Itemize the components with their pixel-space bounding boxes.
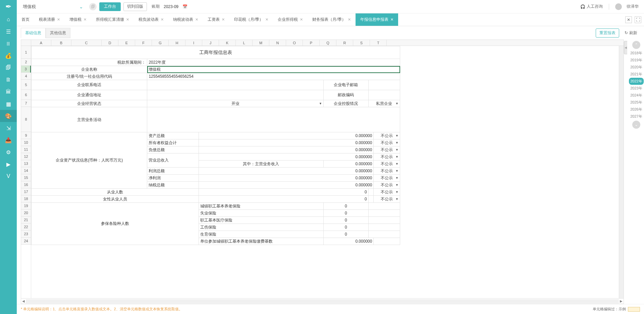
female-emp-val[interactable]: 0	[199, 196, 369, 203]
report-icon[interactable]: 🗎	[0, 74, 17, 86]
period-value-cell[interactable]: 2022年度	[147, 59, 400, 66]
row-header-5[interactable]: 5	[21, 80, 31, 90]
tab-工资表[interactable]: 工资表✕	[203, 13, 229, 26]
email-cell[interactable]	[368, 80, 400, 90]
year-2025年[interactable]: 2025年	[629, 99, 643, 106]
visibility-dropdown[interactable]: 不公示▼	[374, 153, 400, 161]
close-icon[interactable]: ✕	[161, 17, 164, 22]
video-icon[interactable]: ▶	[0, 158, 17, 170]
row-header-17[interactable]: 17	[21, 188, 31, 195]
v-icon[interactable]: V	[0, 170, 17, 182]
consult-link[interactable]: 🎧 人工咨询	[580, 4, 603, 9]
visibility-dropdown[interactable]: 不公示▼	[374, 146, 400, 153]
year-2022年[interactable]: 2022年	[629, 78, 643, 85]
building-icon[interactable]: 🏛	[0, 86, 17, 98]
fullscreen-button[interactable]: ⛶	[635, 16, 641, 23]
col-header-Q[interactable]: Q	[320, 40, 336, 46]
col-header-N[interactable]: N	[269, 40, 286, 46]
avatar[interactable]	[615, 3, 622, 10]
tab-增值税[interactable]: 增值税✕	[65, 13, 91, 26]
close-icon[interactable]: ✕	[222, 17, 225, 22]
main-rev-val[interactable]: 0.000000	[323, 161, 374, 168]
postal-cell[interactable]	[368, 90, 400, 100]
tax-val[interactable]: 0.000000	[199, 182, 374, 189]
base-val[interactable]: 0.000000	[323, 238, 374, 245]
row-header-19[interactable]: 19	[21, 202, 31, 209]
export-icon[interactable]: ⇲	[0, 122, 17, 134]
col-header-P[interactable]: P	[303, 40, 320, 46]
col-header-R[interactable]: R	[336, 40, 353, 46]
col-header-D[interactable]: D	[102, 40, 118, 46]
tab-财务报表（月/季）[interactable]: 财务报表（月/季）✕	[308, 13, 355, 26]
close-icon[interactable]: ✕	[57, 17, 60, 22]
row-header-10[interactable]: 10	[21, 139, 31, 146]
row-header-2[interactable]: 2	[21, 59, 31, 66]
year-scroll-up[interactable]: ⌃	[632, 41, 640, 49]
visibility-dropdown[interactable]: 不公示▼	[374, 189, 400, 196]
visibility-dropdown[interactable]: 不公示▼	[374, 196, 400, 203]
row-header-4[interactable]: 4	[21, 73, 31, 80]
company-dropdown[interactable]: 增值税 ⌄	[19, 2, 87, 11]
palette-icon[interactable]: 🎨	[0, 110, 17, 122]
medical-val[interactable]: 0	[323, 217, 368, 224]
close-all-tabs[interactable]: ✕	[625, 16, 632, 23]
year-2019年[interactable]: 2019年	[629, 57, 643, 64]
col-header-J[interactable]: J	[202, 40, 219, 46]
row-header-21[interactable]: 21	[21, 216, 31, 224]
reg-value[interactable]: 12554585554554656254	[147, 73, 400, 80]
year-2027年[interactable]: 2027年	[629, 113, 643, 120]
row-header-14[interactable]: 14	[21, 167, 31, 174]
year-scroll-down[interactable]: ⌄	[632, 121, 640, 129]
visibility-dropdown[interactable]: 不公示▼	[374, 132, 400, 139]
logo-icon[interactable]: ✒	[0, 0, 17, 13]
tab-所得税汇算清缴[interactable]: 所得税汇算清缴✕	[91, 13, 134, 26]
row-header-20[interactable]: 20	[21, 209, 31, 216]
col-header-E[interactable]: E	[118, 40, 135, 46]
close-icon[interactable]: ✕	[300, 17, 303, 22]
switch-old-button[interactable]: 切到旧版	[123, 2, 147, 11]
row-header-6[interactable]: 6	[21, 90, 31, 100]
injury-val[interactable]: 0	[323, 224, 368, 231]
row-header-3[interactable]: 3	[21, 66, 31, 73]
employees-val[interactable]: 0	[199, 189, 369, 196]
tab-年报信息申报表[interactable]: 年报信息申报表✕	[356, 13, 398, 26]
reset-button[interactable]: 重置报表	[596, 28, 619, 38]
row-header-22[interactable]: 22	[21, 224, 31, 231]
row-header-13[interactable]: 13	[21, 160, 31, 167]
subtab-basic[interactable]: 基础信息	[21, 28, 46, 38]
gear-icon[interactable]: ⚙	[0, 146, 17, 158]
calendar-icon[interactable]: 📅	[182, 4, 187, 9]
row-header-9[interactable]: 9	[21, 132, 31, 139]
main-biz-cell[interactable]	[147, 107, 400, 132]
year-2023年[interactable]: 2023年	[629, 85, 643, 92]
visibility-dropdown[interactable]: 不公示▼	[374, 175, 400, 182]
col-header-A[interactable]: A	[31, 40, 51, 46]
row-header-15[interactable]: 15	[21, 174, 31, 181]
vertical-scrollbar[interactable]	[619, 46, 624, 298]
col-header-S[interactable]: S	[353, 40, 370, 46]
pension-val[interactable]: 0	[323, 203, 368, 210]
chart-icon[interactable]: ⫼	[0, 38, 17, 50]
tab-纳税波动表[interactable]: 纳税波动表✕	[168, 13, 203, 26]
close-icon[interactable]: ✕	[348, 17, 351, 22]
col-header-F[interactable]: F	[135, 40, 152, 46]
tab-税表清册[interactable]: 税表清册✕	[34, 13, 65, 26]
year-2026年[interactable]: 2026年	[629, 106, 643, 113]
phone-cell[interactable]	[147, 80, 324, 90]
doc-icon[interactable]: 🗐	[0, 62, 17, 74]
row-header-23[interactable]: 23	[21, 231, 31, 238]
close-icon[interactable]: ✕	[195, 17, 198, 22]
profit-val[interactable]: 0.000000	[199, 168, 374, 175]
close-icon[interactable]: ✕	[265, 17, 268, 22]
money-icon[interactable]: 💰	[0, 50, 17, 62]
select-all-corner[interactable]	[21, 40, 31, 46]
col-header-B[interactable]: B	[51, 40, 71, 46]
row-header-8[interactable]: 8	[21, 107, 31, 132]
row-header-24[interactable]: 24	[21, 238, 31, 245]
liab-val[interactable]: 0.000000	[199, 146, 374, 153]
company-name-cell[interactable]: 增值税	[147, 66, 400, 73]
grid-icon[interactable]: ▦	[0, 98, 17, 110]
row-header-1[interactable]: 1	[21, 46, 31, 59]
refresh-button[interactable]: ↻ 刷新	[625, 30, 637, 36]
col-header-I[interactable]: I	[185, 40, 202, 46]
